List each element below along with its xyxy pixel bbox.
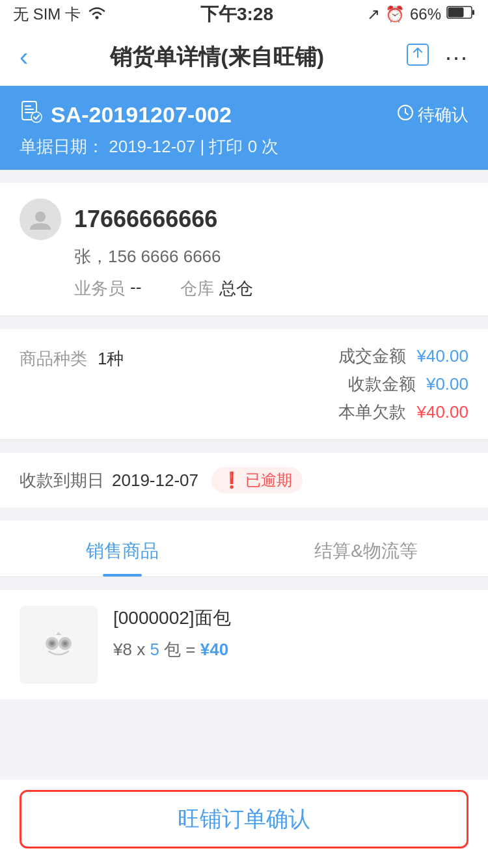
- customer-phone-row: 17666666666: [20, 198, 468, 240]
- warehouse-value: 总仓: [219, 277, 253, 300]
- share-button[interactable]: [406, 43, 429, 71]
- summary-left: 商品种类 1种: [20, 345, 124, 370]
- due-section: 收款到期日 2019-12-07 ❗ 已逾期: [0, 453, 488, 508]
- order-id: SA-20191207-002: [20, 100, 232, 129]
- clock-icon: [397, 104, 414, 126]
- tab-settlement-logistics[interactable]: 结算&物流等: [244, 521, 488, 576]
- sales-label: 业务员: [74, 277, 125, 300]
- overdue-icon: ❗: [222, 471, 241, 489]
- date-value: 2019-12-07: [109, 137, 195, 156]
- order-icon: [20, 100, 43, 129]
- svg-rect-2: [472, 10, 474, 15]
- status-left: 无 SIM 卡: [13, 4, 107, 25]
- overdue-text: 已逾期: [245, 470, 292, 491]
- product-section: 野+ [0000002]面包 ¥8 x 5 包 = ¥40: [0, 590, 488, 699]
- summary-right: 成交金额 ¥40.00 收款金额 ¥0.00 本单欠款 ¥40.00: [338, 345, 468, 424]
- tab-sales-products-label: 销售商品: [86, 541, 159, 561]
- price-value: ¥8: [113, 640, 132, 659]
- status-time: 下午3:28: [200, 2, 273, 27]
- due-date: 2019-12-07: [112, 470, 198, 491]
- amount-label: 成交金额: [338, 345, 406, 368]
- status-bar: 无 SIM 卡 下午3:28 ↗ ⏰ 66%: [0, 0, 488, 29]
- svg-point-0: [96, 16, 99, 20]
- print-count: 0: [248, 137, 257, 156]
- summary-section: 商品种类 1种 成交金额 ¥40.00 收款金额 ¥0.00 本单欠款 ¥40.…: [0, 329, 488, 439]
- received-label: 收款金额: [348, 373, 416, 396]
- avatar: [20, 198, 61, 240]
- sales-meta: 业务员 --: [74, 277, 141, 300]
- battery-label: 66%: [410, 5, 441, 23]
- tab-sales-products[interactable]: 销售商品: [0, 521, 244, 576]
- print-label: | 打印: [200, 137, 243, 156]
- customer-section: 17666666666 张，156 6666 6666 业务员 -- 仓库 总仓: [0, 183, 488, 316]
- carrier-label: 无 SIM 卡: [13, 4, 81, 25]
- svg-rect-8: [25, 112, 34, 113]
- tabs-section: 销售商品 结算&物流等: [0, 521, 488, 577]
- more-button[interactable]: ···: [445, 44, 468, 71]
- battery-icon: [446, 5, 475, 23]
- svg-point-9: [31, 112, 42, 122]
- status-right: ↗ ⏰ 66%: [367, 5, 475, 23]
- divider-2: [0, 439, 488, 440]
- type-label: 商品种类: [20, 347, 87, 370]
- customer-phone: 17666666666: [74, 206, 217, 233]
- back-button[interactable]: ‹: [20, 42, 28, 72]
- svg-rect-7: [25, 109, 34, 110]
- order-id-row: SA-20191207-002 待确认: [20, 100, 468, 129]
- nav-bar: ‹ 销货单详情(来自旺铺) ···: [0, 29, 488, 86]
- svg-point-17: [63, 642, 67, 645]
- overdue-badge: ❗ 已逾期: [211, 467, 303, 493]
- tab-settlement-logistics-label: 结算&物流等: [314, 541, 418, 561]
- sales-value: --: [130, 277, 141, 300]
- product-price: ¥8 x 5 包 = ¥40: [113, 638, 468, 661]
- customer-name: 张，156 6666 6666: [74, 245, 468, 268]
- order-banner: SA-20191207-002 待确认 单据日期： 2019-12-07 | 打…: [0, 86, 488, 170]
- confirm-button-label: 旺铺订单确认: [178, 804, 310, 834]
- equals-sign: =: [185, 640, 195, 659]
- nav-actions: ···: [406, 43, 468, 71]
- wifi-icon: [87, 5, 107, 23]
- location-icon: ↗: [367, 5, 380, 23]
- received-row: 收款金额 ¥0.00: [348, 373, 468, 396]
- owed-row: 本单欠款 ¥40.00: [338, 401, 468, 424]
- owed-label: 本单欠款: [338, 401, 406, 424]
- svg-point-11: [35, 211, 46, 222]
- warehouse-meta: 仓库 总仓: [180, 277, 253, 300]
- warehouse-label: 仓库: [180, 277, 214, 300]
- qty-unit: 包: [164, 640, 181, 659]
- order-status: 待确认: [397, 103, 468, 126]
- product-thumbnail: 野+: [20, 606, 98, 684]
- divider-1: [0, 316, 488, 316]
- owed-value: ¥40.00: [416, 402, 468, 422]
- amount-value: ¥40.00: [416, 346, 468, 366]
- received-value: ¥0.00: [426, 374, 468, 394]
- svg-rect-6: [25, 105, 31, 107]
- date-label: 单据日期：: [20, 137, 104, 156]
- bottom-bar: 旺铺订单确认: [0, 780, 488, 868]
- svg-rect-3: [448, 8, 463, 18]
- type-value: 1种: [98, 347, 124, 370]
- product-name: [0000002]面包: [113, 606, 468, 631]
- alarm-icon: ⏰: [385, 5, 405, 23]
- product-info: [0000002]面包 ¥8 x 5 包 = ¥40: [113, 606, 468, 661]
- quantity: 5: [150, 640, 159, 659]
- due-label: 收款到期日: [20, 469, 104, 492]
- svg-point-16: [50, 642, 54, 645]
- order-date-row: 单据日期： 2019-12-07 | 打印 0 次: [20, 135, 468, 158]
- confirm-wangpu-button[interactable]: 旺铺订单确认: [20, 790, 468, 848]
- amount-row: 成交金额 ¥40.00: [338, 345, 468, 368]
- order-id-text: SA-20191207-002: [51, 102, 232, 128]
- status-text: 待确认: [418, 103, 468, 126]
- total-price: ¥40: [200, 640, 228, 659]
- multiply-sign: x: [137, 640, 145, 659]
- print-unit: 次: [262, 137, 278, 156]
- page-title: 销货单详情(来自旺铺): [110, 42, 324, 72]
- customer-meta: 业务员 -- 仓库 总仓: [74, 277, 468, 300]
